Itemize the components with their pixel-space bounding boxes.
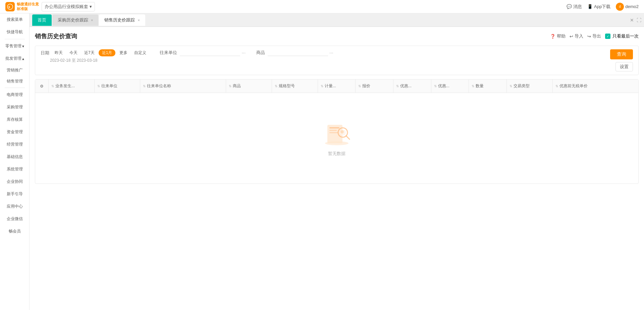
tab-home[interactable]: 首页 [32, 14, 52, 26]
tab-close-all-btn[interactable]: ✕ [630, 17, 634, 23]
th-trade-type-sort-icon: ⇅ [509, 84, 512, 88]
retail-mgmt-label: 零售管理 [5, 43, 21, 49]
th-counterpart-name[interactable]: ⇅ 往来单位名称 [140, 80, 226, 93]
sidebar-item-basic-info[interactable]: 基础信息 [0, 151, 29, 163]
counterpart-dots-btn[interactable]: ··· [241, 50, 246, 55]
import-icon: ↩ [570, 34, 573, 39]
user-profile[interactable]: d demo2 [616, 3, 639, 11]
th-counterpart-code[interactable]: ⇅ 往来单位 [95, 80, 141, 93]
counterpart-label: 往来单位 [160, 50, 177, 56]
nav-message[interactable]: 💬 消息 [567, 4, 582, 10]
empty-icon [320, 120, 354, 147]
th-discount2[interactable]: ⇅ 优惠... [431, 80, 469, 93]
date-btn-custom[interactable]: 自定义 [131, 49, 149, 56]
counterpart-filter-group: 往来单位 ··· [160, 49, 246, 56]
th-discount2-label: 优惠... [438, 83, 449, 89]
th-settings[interactable]: ⚙ [35, 80, 49, 93]
import-link[interactable]: ↩ 导入 [570, 33, 583, 39]
filter-section-row: 日期 昨天 今天 近7天 近1月 更多 自定义 2023-02-18 至 202… [41, 49, 633, 71]
only-last-checkbox-area[interactable]: ✓ 只看最后一次 [605, 33, 639, 39]
date-btn-today[interactable]: 今天 [67, 49, 80, 56]
th-counterpart-code-sort-icon: ⇅ [97, 84, 100, 88]
empty-state: 暂无数据 [35, 93, 638, 184]
tab-sales-history[interactable]: 销售历史价跟踪 × [99, 14, 145, 26]
wholesale-mgmt-arrow-icon: ▴ [22, 56, 24, 61]
sidebar-item-system-mgmt[interactable]: 系统管理 [0, 163, 29, 175]
tab-bar: 首页 采购历史价跟踪 × 销售历史价跟踪 × ✕ ⛶ [30, 13, 644, 27]
th-pre-tax-price[interactable]: ⇅ 优惠前无税单价 [553, 80, 638, 93]
nav-app-download[interactable]: 📱 App下载 [587, 4, 610, 10]
th-goods[interactable]: ⇅ 商品 [226, 80, 272, 93]
th-discount1-label: 优惠... [400, 83, 412, 89]
th-biz-date-label: 业务发生... [55, 83, 75, 89]
page-title: 销售历史价查询 [35, 32, 77, 40]
content-area: 首页 采购历史价跟踪 × 销售历史价跟踪 × ✕ ⛶ 销售历史价查询 [30, 13, 644, 310]
goods-input-area: ··· [268, 49, 333, 56]
th-quantity-label: 数量 [476, 83, 484, 89]
th-counterpart-code-label: 往来单位 [101, 83, 117, 89]
tab-fullscreen-btn[interactable]: ⛶ [637, 17, 641, 23]
sidebar-item-retail-mgmt[interactable]: 零售管理 ▾ [0, 40, 29, 52]
date-btn-1month[interactable]: 近1月 [99, 49, 116, 56]
sidebar-item-operations-mgmt[interactable]: 经营管理 [0, 138, 29, 151]
table-header: ⚙ ⇅ 业务发生... ⇅ 往来单位 ⇅ 往来单位名称 [35, 80, 638, 93]
date-btn-7days[interactable]: 近7天 [82, 49, 97, 56]
th-quantity[interactable]: ⇅ 数量 [469, 80, 507, 93]
tab-sales-history-close[interactable]: × [138, 18, 140, 22]
sidebar-item-app-center[interactable]: 应用中心 [0, 200, 29, 213]
only-last-checkbox-icon: ✓ [605, 34, 610, 39]
query-button[interactable]: 查询 [610, 49, 633, 59]
sidebar-item-sales-mgmt[interactable]: 销售管理 [0, 76, 29, 87]
sidebar-item-search-menu[interactable]: 搜索菜单 [0, 13, 29, 26]
sidebar-item-wholesale-mgmt[interactable]: 批发管理 ▴ [0, 52, 29, 65]
th-pre-tax-price-sort-icon: ⇅ [555, 84, 558, 88]
th-biz-date[interactable]: ⇅ 业务发生... [49, 80, 95, 93]
main-layout: 搜索菜单 快捷导航 零售管理 ▾ 批发管理 ▴ 营销推广 销售管理 电商管理 采… [0, 13, 644, 310]
sidebar-item-quick-nav[interactable]: 快捷导航 [0, 26, 29, 38]
th-unit[interactable]: ⇅ 计量... [318, 80, 356, 93]
tab-purchase-history-close[interactable]: × [91, 18, 93, 22]
sidebar-item-member[interactable]: 畅会员 [0, 225, 29, 238]
avatar: d [616, 3, 624, 11]
th-trade-type[interactable]: ⇅ 交易类型 [507, 80, 553, 93]
tab-home-label: 首页 [38, 17, 46, 23]
topbar: 6 畅捷通好生意 标准版 办公用品行业模拟账套 ▾ 💬 消息 📱 App下载 d… [0, 0, 644, 13]
svg-rect-6 [329, 132, 338, 133]
th-quantity-sort-icon: ⇅ [472, 84, 474, 88]
settings-gear-icon: ⚙ [40, 84, 44, 89]
app-selector[interactable]: 办公用品行业模拟账套 ▾ [42, 2, 95, 11]
counterpart-input[interactable] [180, 49, 240, 56]
sidebar-item-purchase-mgmt[interactable]: 采购管理 [0, 101, 29, 113]
sidebar-item-enterprise-wechat[interactable]: 企业微信 [0, 213, 29, 225]
sidebar-divider-2 [5, 88, 25, 88]
settings-button[interactable]: 设置 [615, 62, 633, 71]
sidebar-item-new-guide[interactable]: 新手引导 [0, 188, 29, 200]
sidebar-item-enterprise-collab[interactable]: 企业协同 [0, 175, 29, 188]
tab-purchase-history[interactable]: 采购历史价跟踪 × [52, 14, 98, 26]
goods-input[interactable] [268, 49, 328, 56]
export-link[interactable]: ↪ 导出 [587, 33, 601, 39]
help-link[interactable]: ❓ 帮助 [550, 33, 566, 39]
th-quote-label: 报价 [362, 83, 370, 89]
username: demo2 [625, 4, 639, 9]
query-area: 查询 设置 [610, 49, 633, 71]
search-menu-label: 搜索菜单 [1, 17, 28, 22]
sidebar-item-ecommerce-mgmt[interactable]: 电商管理 [0, 89, 29, 101]
sidebar-item-marketing[interactable]: 营销推广 [0, 65, 29, 76]
date-btn-more[interactable]: 更多 [117, 49, 130, 56]
sidebar: 搜索菜单 快捷导航 零售管理 ▾ 批发管理 ▴ 营销推广 销售管理 电商管理 采… [0, 13, 30, 310]
goods-dots-btn[interactable]: ··· [329, 50, 333, 55]
th-spec-sort-icon: ⇅ [275, 84, 277, 88]
th-counterpart-name-sort-icon: ⇅ [143, 84, 146, 88]
th-spec[interactable]: ⇅ 规格型号 [272, 80, 318, 93]
date-filter-group: 日期 昨天 今天 近7天 近1月 更多 自定义 [41, 49, 149, 56]
th-quote[interactable]: ⇅ 报价 [356, 80, 393, 93]
sidebar-item-finance-mgmt[interactable]: 资金管理 [0, 126, 29, 138]
sidebar-item-inventory[interactable]: 库存核算 [0, 113, 29, 126]
tab-sales-history-label: 销售历史价跟踪 [104, 17, 135, 23]
date-btn-yesterday[interactable]: 昨天 [52, 49, 65, 56]
th-discount1[interactable]: ⇅ 优惠... [393, 80, 431, 93]
th-quote-sort-icon: ⇅ [358, 84, 361, 88]
filter-section: 日期 昨天 今天 近7天 近1月 更多 自定义 2023-02-18 至 202… [35, 46, 639, 75]
th-goods-label: 商品 [233, 83, 241, 89]
